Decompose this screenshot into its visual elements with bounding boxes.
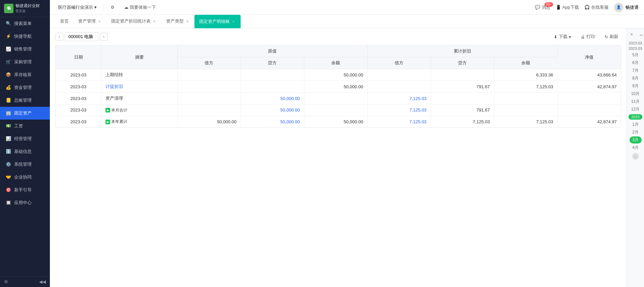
tl-month-item[interactable]: 7月: [627, 67, 644, 74]
sidebar-icon-system: ⚙️: [5, 161, 11, 167]
sidebar-label-payroll: 工资: [14, 123, 23, 129]
th-date: 日期: [56, 45, 101, 69]
th-debit: 借方: [177, 57, 241, 69]
td-orig-debit: [177, 69, 241, 81]
settings-icon[interactable]: ⚙: [4, 279, 8, 284]
tab-label-asset-mgmt: 资产管理: [78, 18, 96, 24]
sidebar-icon-purchase: 🛒: [5, 59, 11, 65]
sidebar-item-guide[interactable]: 🎯 新手引导: [0, 184, 50, 196]
th-acc-credit: 贷方: [431, 57, 494, 69]
timeline-close-btn[interactable]: ×: [628, 31, 635, 38]
username: 畅捷通: [625, 4, 639, 10]
sidebar-item-quick-nav[interactable]: ⚡ 快捷导航: [0, 30, 50, 43]
tab-depreciation-table[interactable]: 固定资产折旧统计表×: [106, 15, 161, 28]
sidebar-item-app-center[interactable]: 🔲 应用中心: [0, 196, 50, 209]
sidebar-item-payroll[interactable]: 💵 工资: [0, 120, 50, 132]
next-icon: ›: [103, 34, 104, 39]
tl-month-item[interactable]: 6月: [627, 59, 644, 67]
tl-expand-btn[interactable]: ↓: [632, 153, 639, 160]
message-icon: 💬: [535, 5, 540, 10]
divider: [103, 4, 104, 11]
nav-arrows: ‹ 000001 电脑 ›: [55, 32, 108, 41]
tl-month-item[interactable]: 3月: [630, 136, 642, 144]
tab-asset-type[interactable]: 资产类型×: [161, 15, 194, 28]
td-acc-credit: [431, 69, 494, 81]
sidebar-footer: ⚙ ◀◀: [0, 276, 50, 287]
sidebar-label-guide: 新手引导: [14, 187, 32, 193]
sidebar-item-ledger[interactable]: 📒 总账管理: [0, 94, 50, 107]
next-btn[interactable]: ›: [100, 33, 108, 41]
tl-month-item[interactable]: 10月: [627, 90, 644, 98]
tl-month-item[interactable]: 11月: [627, 98, 644, 105]
sidebar-item-operations[interactable]: 📊 经营管理: [0, 132, 50, 145]
asset-code-box: 000001 电脑: [65, 32, 98, 41]
tab-home[interactable]: 首页: [55, 15, 73, 28]
asset-code: 000001 电脑: [68, 34, 93, 40]
print-btn[interactable]: 🖨 打印: [578, 32, 598, 41]
sidebar-item-purchase[interactable]: 🛒 采购管理: [0, 56, 50, 68]
td-summary: ▶本年累计: [101, 116, 178, 127]
tl-month-item[interactable]: 8月: [627, 74, 644, 82]
sidebar-icon-app-center: 🔲: [5, 200, 11, 206]
table-row: 2023-03 上期结转 50,000.00 6,333.36 43,666.6…: [56, 69, 621, 81]
tab-close-asset-detail[interactable]: ×: [231, 19, 236, 24]
messages-btn[interactable]: 💬 消息 99+: [535, 4, 550, 10]
sidebar-item-sales[interactable]: 📈 销售管理: [0, 43, 50, 56]
tl-month-item[interactable]: 4月: [627, 144, 644, 152]
tl-year-top-2: 2023.03: [629, 46, 642, 51]
table-row: 2023-03 计提折旧 50,000.00 791.67 7,125.03 4…: [56, 81, 621, 93]
tab-asset-detail[interactable]: 固定资产明细账×: [194, 15, 241, 28]
td-summary: 资产清理: [101, 93, 178, 104]
download-btn[interactable]: ⬇ 下载 ▾: [551, 32, 574, 41]
td-summary: 计提折旧: [101, 81, 178, 93]
tab-close-depreciation-table[interactable]: ×: [152, 19, 157, 24]
customer-service-btn[interactable]: 🎧 在线客服: [584, 4, 609, 10]
experience-label: 我要体验一下: [130, 4, 156, 10]
tab-asset-mgmt[interactable]: 资产管理×: [73, 15, 106, 28]
tab-close-asset-type[interactable]: ×: [185, 19, 190, 24]
refresh-btn[interactable]: ↻ 刷新: [602, 32, 621, 41]
user-area[interactable]: 👤 畅捷通: [614, 3, 639, 12]
experience-btn[interactable]: ☁ 我要体验一下: [121, 3, 159, 12]
sidebar-item-finance[interactable]: 💰 资金管理: [0, 81, 50, 94]
download-icon: 📱: [556, 5, 561, 10]
td-acc-balance: [494, 104, 557, 116]
company-selector[interactable]: 医疗器械行业演示 ▾: [55, 3, 99, 12]
tl-month-item[interactable]: 1月: [627, 121, 644, 128]
tl-month-item[interactable]: 9月: [627, 82, 644, 90]
th-net-value: 净值: [557, 45, 621, 69]
td-net-value: 43,666.64: [557, 69, 621, 81]
sidebar-item-enterprise[interactable]: 🤝 企业协同: [0, 171, 50, 184]
tabs-bar: 首页资产管理×固定资产折旧统计表×资产类型×固定资产明细账×: [50, 15, 644, 28]
service-icon: 🎧: [584, 5, 590, 10]
tl-month-item[interactable]: 5月: [627, 51, 644, 59]
tl-month-item[interactable]: 2月: [627, 128, 644, 136]
dropdown-icon: ▾: [94, 5, 97, 10]
expand-icon[interactable]: ⇔: [640, 33, 643, 37]
sidebar-item-inventory[interactable]: 📦 库存核算: [0, 68, 50, 81]
td-orig-balance: [304, 93, 367, 104]
td-date: 2023-03: [56, 69, 101, 81]
logo-sub: 普及版: [16, 9, 40, 13]
app-download-label: App下载: [562, 4, 579, 10]
print-label: 打印: [586, 34, 595, 40]
settings-btn[interactable]: ⚙: [108, 3, 117, 11]
tab-close-asset-mgmt[interactable]: ×: [97, 19, 102, 24]
app-download-btn[interactable]: 📱 App下载: [556, 4, 579, 10]
sidebar-icon-quick-nav: ⚡: [5, 33, 11, 39]
toolbar-row: ‹ 000001 电脑 › ⬇ 下载 ▾ �: [55, 32, 621, 41]
tl-year-badge[interactable]: 2023: [628, 114, 642, 120]
sidebar-item-system[interactable]: ⚙️ 系统管理: [0, 158, 50, 171]
prev-btn[interactable]: ‹: [55, 33, 63, 41]
sidebar-item-fixed-assets[interactable]: 🏢 固定资产: [0, 107, 50, 120]
sidebar-item-search[interactable]: 🔍 搜索菜单: [0, 17, 50, 30]
td-date: 2023-03: [56, 81, 101, 93]
refresh-label: 刷新: [610, 34, 618, 40]
td-orig-balance: [304, 104, 367, 116]
sidebar-item-basic-info[interactable]: ℹ️ 基础信息: [0, 145, 50, 158]
tab-label-asset-type: 资产类型: [166, 18, 184, 24]
sidebar-icon-sales: 📈: [5, 46, 11, 52]
tl-month-item[interactable]: 12月: [627, 105, 644, 113]
collapse-icon[interactable]: ◀◀: [39, 279, 46, 284]
refresh-icon: ↻: [605, 34, 608, 39]
